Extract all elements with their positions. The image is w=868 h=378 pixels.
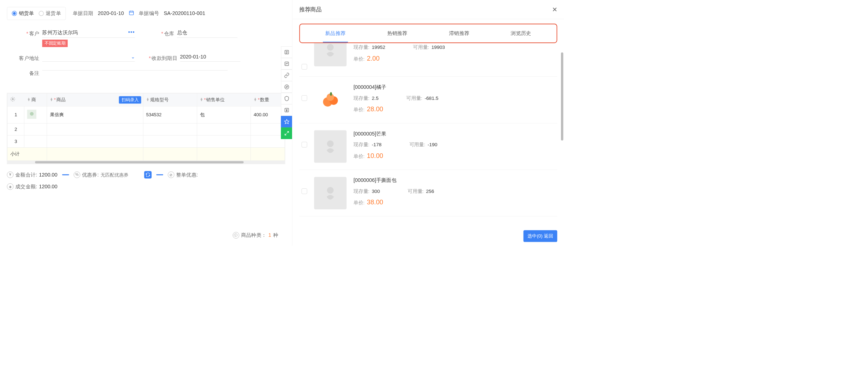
due-date-value: 2020-01-10 (180, 54, 206, 60)
amount-value: 1200.00 (39, 172, 57, 178)
kinds-suffix: 种 (273, 232, 278, 239)
side-shield-icon[interactable] (281, 93, 293, 104)
customer-field[interactable]: 苏州万达沃尔玛 ••• (42, 29, 135, 38)
coupon-icon: % (73, 172, 80, 178)
vertical-scrollbar[interactable] (561, 52, 563, 141)
kinds-value: 1 (269, 232, 271, 238)
side-toolbar (281, 46, 293, 139)
kinds-label: 商品种类： (241, 232, 267, 239)
yen-icon: ¥ (7, 172, 14, 178)
tab-return-order[interactable]: 退货单 (39, 10, 61, 17)
svg-marker-14 (285, 119, 289, 124)
product-image (314, 43, 347, 66)
table-row[interactable]: 3 (7, 136, 285, 148)
col-spec[interactable]: ▲▼规格型号 (143, 93, 197, 106)
doc-num-value: SA-20200110-001 (164, 10, 205, 16)
product-title: [0000004]橘子 (353, 84, 555, 91)
tab-sale-label: 销货单 (19, 10, 34, 17)
recommend-item: 250ml 现存量:19952 可用量:19903 单价:2.00 (299, 45, 557, 77)
item-checkbox[interactable] (302, 188, 307, 194)
deal-value: 1200.00 (39, 184, 57, 190)
col-unit[interactable]: ▲▼*销售单位 (197, 93, 251, 106)
svg-point-4 (12, 98, 14, 100)
doc-date-value[interactable]: 2020-01-10 (98, 10, 124, 16)
svg-point-15 (327, 44, 334, 51)
order-items-table: ▲▼商 ▲▼*商品 扫码录入 ▲▼规格型号 ▲▼*销售单位 ▲▼*数量 1 果倍… (7, 93, 285, 164)
close-icon[interactable]: ✕ (552, 6, 557, 13)
address-label: 客户地址 (19, 55, 39, 61)
dash-icon (156, 174, 163, 175)
more-icon[interactable]: ••• (128, 29, 135, 35)
recommend-item: [0000005]芒果 现存量:-178 可用量:-190 单价:10.00 (299, 123, 557, 170)
coupon-input[interactable] (101, 172, 142, 178)
side-list-icon[interactable] (281, 46, 293, 58)
recommend-item: [0000004]橘子 现存量:2.5 可用量:-681.5 单价:28.00 (299, 77, 557, 123)
radio-icon (39, 11, 44, 16)
side-expand-icon[interactable] (281, 128, 293, 139)
product-title: [0000006]手撕面包 (353, 177, 555, 184)
product-image (314, 130, 347, 163)
due-date-field[interactable]: 2020-01-10 (180, 54, 240, 61)
remark-field[interactable] (42, 69, 228, 71)
side-swap-icon[interactable] (281, 81, 293, 93)
product-image (314, 84, 347, 116)
doc-num-label: 单据编号 (139, 10, 159, 17)
svg-rect-0 (129, 11, 133, 15)
svg-point-6 (30, 112, 34, 116)
side-link-icon[interactable] (281, 70, 293, 81)
side-chart-icon[interactable] (281, 58, 293, 70)
col-img[interactable]: ▲▼商 (24, 93, 47, 106)
chevron-down-icon[interactable]: ⌄ (131, 54, 135, 60)
horizontal-scrollbar[interactable] (7, 160, 285, 164)
calendar-icon[interactable] (128, 10, 134, 17)
amount-label: 金额合计: (15, 171, 37, 178)
recommend-title: 推荐商品 (299, 6, 321, 13)
tab-hot-recommend[interactable]: 热销推荐 (380, 26, 414, 40)
info-icon: ⓘ (233, 232, 239, 239)
discount-icon: ⊘ (168, 172, 174, 178)
col-qty[interactable]: ▲▼*数量 (251, 93, 285, 106)
deal-label: 成交金额: (15, 183, 37, 190)
table-row[interactable]: 1 果倍爽 534532 包 400.00 (7, 106, 285, 123)
select-count-button[interactable]: 选中(0) 返回 (524, 230, 557, 242)
customer-label: 客户 (29, 31, 40, 36)
svg-point-20 (327, 141, 334, 147)
recommend-item: [0000006]手撕面包 现存量:300 可用量:256 单价:38.00 (299, 170, 557, 216)
tab-new-recommend[interactable]: 新品推荐 (318, 26, 353, 40)
address-field[interactable]: ⌄ (42, 54, 135, 61)
tab-return-label: 退货单 (46, 10, 61, 17)
col-product[interactable]: ▲▼*商品 扫码录入 (47, 93, 143, 106)
warehouse-label: 仓库 (164, 31, 174, 36)
radio-icon (12, 11, 17, 16)
side-star-icon[interactable] (281, 116, 293, 128)
remark-label: 备注 (29, 70, 40, 76)
tab-slow-recommend[interactable]: 滞销推荐 (442, 26, 476, 40)
side-currency-icon[interactable] (281, 104, 293, 116)
whole-discount-label: 整单优惠: (176, 171, 198, 178)
svg-point-12 (285, 85, 289, 89)
coupon-label: 优惠券: (82, 171, 99, 178)
doc-date-label: 单据日期 (73, 10, 93, 17)
warehouse-field[interactable]: 总仓 (177, 29, 238, 38)
item-checkbox[interactable] (302, 142, 307, 148)
product-title: [0000005]芒果 (353, 130, 555, 137)
table-settings-header[interactable] (7, 93, 24, 106)
tab-browse-history[interactable]: 浏览历史 (504, 26, 538, 40)
item-checkbox[interactable] (302, 64, 307, 70)
tab-sale-order[interactable]: 销货单 (12, 10, 34, 17)
item-checkbox[interactable] (302, 95, 307, 101)
due-date-label: 收款到期日 (152, 55, 177, 61)
subtotal-row: 小计 (7, 148, 285, 160)
refresh-button[interactable] (144, 171, 152, 179)
customer-badge: 不固定账期 (42, 40, 67, 47)
warehouse-value: 总仓 (177, 30, 188, 35)
svg-point-21 (327, 187, 334, 194)
customer-value: 苏州万达沃尔玛 (42, 30, 78, 35)
deal-icon: ◈ (7, 183, 14, 190)
doc-type-tabs: 销货单 退货单 (7, 7, 66, 20)
product-image (314, 177, 347, 209)
table-row[interactable]: 2 (7, 123, 285, 136)
svg-point-19 (330, 92, 332, 96)
scan-input-button[interactable]: 扫码录入 (119, 96, 141, 103)
recommend-tabs: 新品推荐 热销推荐 滞销推荐 浏览历史 (299, 24, 557, 43)
